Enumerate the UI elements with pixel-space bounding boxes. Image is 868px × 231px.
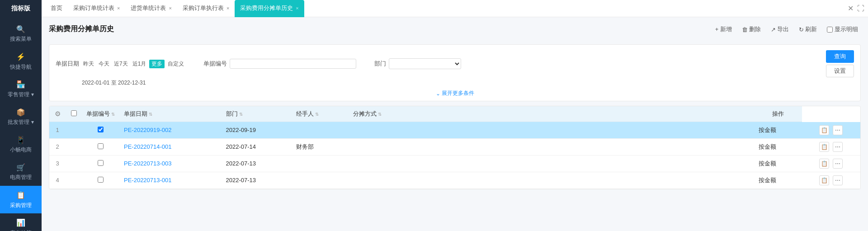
table-row[interactable]: 4 PE-20220713-001 2022-07-13 按金额 📋 ⋯ <box>49 172 860 189</box>
sidebar-item-miniapp[interactable]: 📱小畅电商 <box>0 131 42 158</box>
col-settings[interactable]: ⚙ <box>49 106 66 122</box>
row-actions-cell-4: 📋 ⋯ <box>802 172 860 189</box>
row-checkbox-4[interactable] <box>98 177 104 183</box>
row-doc-num-cell-2: PE-20220714-001 <box>119 138 222 155</box>
row-view-icon-4[interactable]: 📋 <box>819 175 829 185</box>
doc-num-link-4[interactable]: PE-20220713-001 <box>124 177 172 184</box>
tab-close-purchase-goods-stats[interactable]: × <box>169 5 171 11</box>
row-settings-cell-2 <box>66 138 82 155</box>
split-method-sort-icon[interactable]: ⇅ <box>378 112 382 117</box>
row-checkbox-1[interactable] <box>98 127 104 132</box>
tab-label-purchase-order-stats: 采购订单统计表 <box>73 4 114 12</box>
row-doc-num-cell-3: PE-20220713-003 <box>119 155 222 172</box>
doc-num-link-1[interactable]: PE-20220919-002 <box>124 127 172 133</box>
ecommerce-icon: 🛒 <box>2 163 40 173</box>
handler-sort-icon[interactable]: ⇅ <box>315 112 319 117</box>
shortcut-7days[interactable]: 近7天 <box>113 60 129 68</box>
col-doc-num: 单据编号⇅ <box>82 106 119 122</box>
tab-close-purchase-order-exec[interactable]: × <box>226 5 229 11</box>
row-view-icon-1[interactable]: 📋 <box>819 125 829 135</box>
shortcut-more[interactable]: 更多 <box>149 60 165 68</box>
row-more-icon-4[interactable]: ⋯ <box>833 175 843 185</box>
retail-icon: 🏪 <box>2 80 40 90</box>
select-all-checkbox[interactable] <box>71 110 77 116</box>
filter-bar: 单据日期 昨天 今天 近7天 近1月 更多 自定义 单据编号 <box>49 44 861 101</box>
query-button[interactable]: 查询 <box>826 50 854 63</box>
doc-date-sort-icon[interactable]: ⇅ <box>149 112 152 117</box>
tab-close-purchase-cost-split[interactable]: × <box>296 5 298 11</box>
tab-home[interactable]: 首页 <box>45 0 68 17</box>
table-row[interactable]: 2 PE-20220714-001 2022-07-14 财务部 按金额 📋 ⋯ <box>49 138 860 155</box>
doc-num-input[interactable] <box>230 59 356 69</box>
table-row[interactable]: 3 PE-20220713-003 2022-07-13 按金额 📋 ⋯ <box>49 155 860 172</box>
row-checkbox-2[interactable] <box>98 143 104 149</box>
expand-more-section: ⌄ 展开更多条件 <box>56 90 854 97</box>
delete-button[interactable]: 🗑 删除 <box>739 24 764 35</box>
doc-num-sort-icon[interactable]: ⇅ <box>111 112 115 117</box>
row-doc-date-cell-4: 2022-07-13 <box>222 172 292 189</box>
sidebar-item-inventory[interactable]: 📊库存核算 <box>0 213 42 231</box>
refresh-button[interactable]: ↻ 刷新 <box>796 24 820 35</box>
shortcut-custom[interactable]: 自定义 <box>166 60 185 68</box>
sidebar-item-purchase[interactable]: 📋采购管理 <box>0 186 42 213</box>
add-button[interactable]: + 新增 <box>712 24 735 35</box>
row-num-4: 4 <box>49 172 66 189</box>
date-shortcuts: 昨天 今天 近7天 近1月 更多 自定义 <box>82 60 185 68</box>
sidebar-label-retail: 零售管理 ▾ <box>8 91 33 98</box>
sidebar-item-wholesale[interactable]: 📦批发管理 ▾ <box>0 103 42 131</box>
delete-icon: 🗑 <box>742 26 748 33</box>
shortcut-yesterday[interactable]: 昨天 <box>82 60 95 68</box>
settings-gear-icon[interactable]: ⚙ <box>55 110 61 118</box>
dept-select[interactable] <box>389 58 461 69</box>
row-handler-cell-4 <box>349 172 754 189</box>
date-filter-item: 单据日期 昨天 今天 近7天 近1月 更多 自定义 <box>56 60 185 68</box>
row-handler-cell-1 <box>349 122 754 139</box>
tab-close-purchase-order-stats[interactable]: × <box>117 5 120 11</box>
expand-more-button[interactable]: ⌄ 展开更多条件 <box>436 90 474 97</box>
row-checkbox-cell-1 <box>82 122 119 139</box>
doc-num-link-3[interactable]: PE-20220713-003 <box>124 160 172 167</box>
row-checkbox-3[interactable] <box>98 160 104 166</box>
export-icon: ↗ <box>771 26 776 33</box>
sidebar-label-wholesale: 批发管理 ▾ <box>8 119 33 125</box>
sidebar-item-retail[interactable]: 🏪零售管理 ▾ <box>0 75 42 103</box>
filter-actions: 查询 设置 <box>826 50 854 77</box>
row-settings-cell-3 <box>66 155 82 172</box>
display-cols-checkbox[interactable] <box>827 27 833 33</box>
sidebar-item-ecommerce[interactable]: 🛒电商管理 <box>0 158 42 186</box>
doc-num-link-2[interactable]: PE-20220714-001 <box>124 143 172 150</box>
sidebar-item-search[interactable]: 🔍搜索菜单 <box>0 20 42 47</box>
shortcut-1month[interactable]: 近1月 <box>131 60 148 68</box>
display-cols-toggle[interactable]: 显示明细 <box>824 24 861 35</box>
inventory-icon: 📊 <box>2 218 40 228</box>
tab-purchase-cost-split[interactable]: 采购费用分摊单历史× <box>235 0 304 17</box>
settings-button[interactable]: 设置 <box>826 65 854 77</box>
tab-label-purchase-goods-stats: 进货单统计表 <box>131 4 166 12</box>
main-content: 首页采购订单统计表×进货单统计表×采购订单执行表×采购费用分摊单历史× ✕ ⛶ … <box>42 0 868 231</box>
row-more-icon-3[interactable]: ⋯ <box>833 159 843 169</box>
row-view-icon-3[interactable]: 📋 <box>819 159 829 169</box>
row-more-icon-2[interactable]: ⋯ <box>833 142 843 152</box>
row-settings-cell-4 <box>66 172 82 189</box>
tab-purchase-order-stats[interactable]: 采购订单统计表× <box>68 0 125 17</box>
purchase-icon: 📋 <box>2 190 40 200</box>
row-handler-cell-2 <box>349 138 754 155</box>
table-row[interactable]: 1 PE-20220919-002 2022-09-19 按金额 📋 ⋯ <box>49 122 860 139</box>
tab-purchase-order-exec[interactable]: 采购订单执行表× <box>177 0 235 17</box>
row-split-method-cell-3: 按金额 <box>754 155 802 172</box>
data-table: ⚙ 单据编号⇅ 单据日期⇅ 部门⇅ <box>49 106 860 189</box>
tabs-bar: 首页采购订单统计表×进货单统计表×采购订单执行表×采购费用分摊单历史× ✕ ⛶ <box>42 0 868 17</box>
row-more-icon-1[interactable]: ⋯ <box>833 125 843 135</box>
row-doc-date-cell-3: 2022-07-13 <box>222 155 292 172</box>
row-checkbox-cell-3 <box>82 155 119 172</box>
dept-sort-icon[interactable]: ⇅ <box>239 112 243 117</box>
tab-purchase-goods-stats[interactable]: 进货单统计表× <box>125 0 177 17</box>
maximize-icon[interactable]: ⛶ <box>857 5 864 13</box>
row-doc-date-cell-2: 2022-07-14 <box>222 138 292 155</box>
date-range-display: 2022-01-01 至 2022-12-31 <box>56 77 854 87</box>
shortcut-today[interactable]: 今天 <box>97 60 111 68</box>
export-button[interactable]: ↗ 导出 <box>768 24 792 35</box>
close-all-icon[interactable]: ✕ <box>848 4 854 13</box>
row-view-icon-2[interactable]: 📋 <box>819 142 829 152</box>
sidebar-item-shortcut[interactable]: ⚡快捷导航 <box>0 47 42 75</box>
